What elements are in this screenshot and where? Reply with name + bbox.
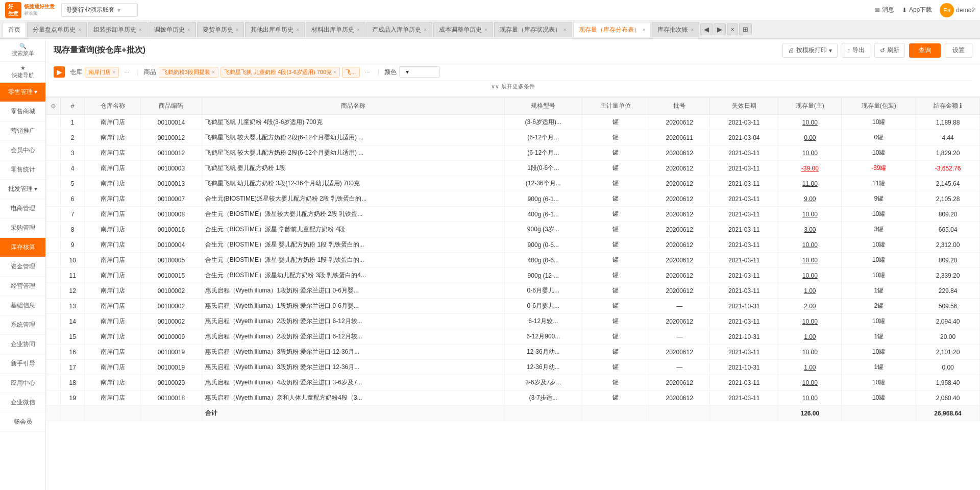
close-icon[interactable]: × (333, 69, 336, 75)
sidebar-quick-nav[interactable]: ★ 快捷导航 (0, 62, 45, 83)
filter-expand-btn[interactable]: ▶ (54, 66, 65, 78)
cell-settings (46, 237, 61, 253)
cell-settings (46, 253, 61, 268)
cell-qty-main[interactable]: 10.00 (778, 345, 842, 360)
sidebar-item-inventory[interactable]: 库存核算 (0, 238, 45, 257)
sidebar-item-system[interactable]: 系统管理 (0, 315, 45, 335)
tab-inventory-status[interactable]: 现存量（库存状况表） × (494, 22, 572, 37)
close-icon[interactable]: × (357, 27, 360, 33)
sidebar-item-basic[interactable]: 基础信息 (0, 296, 45, 315)
messages-btn[interactable]: ✉ 消息 (875, 6, 894, 14)
cell-name: 惠氏启程（Wyeth illuma）亲和人体儿童配方奶粉4段（3... (202, 390, 504, 406)
tab-home[interactable]: 首页 (3, 22, 26, 37)
sidebar-item-member2[interactable]: 畅会员 (0, 412, 45, 432)
sidebar-item-marketing[interactable]: 营销推广 (0, 121, 45, 141)
close-icon[interactable]: × (139, 27, 142, 33)
gear-icon[interactable]: ⚙ (51, 103, 56, 110)
sidebar-item-guide[interactable]: 新手引导 (0, 354, 45, 374)
cell-qty-main[interactable]: 10.00 (778, 237, 842, 253)
sidebar-item-retail[interactable]: 零售管理 ▾ (0, 83, 45, 102)
close-icon[interactable]: × (691, 27, 694, 33)
export-btn[interactable]: ↑ 导出 (842, 43, 870, 58)
refresh-btn[interactable]: ↺ 刷新 (874, 43, 905, 58)
sidebar-item-wholesale[interactable]: 批发管理 ▾ (0, 180, 45, 199)
close-icon[interactable]: × (484, 27, 487, 33)
sidebar-item-finance[interactable]: 资金管理 (0, 257, 45, 277)
cell-qty-pkg: 10罐 (842, 207, 916, 222)
cell-qty-main[interactable]: 1.00 (778, 329, 842, 345)
close-icon[interactable]: × (112, 69, 115, 75)
cell-qty-main[interactable]: 10.00 (778, 253, 842, 268)
warehouse-tag-nananzhan[interactable]: 南岸门店 × (85, 67, 119, 78)
tab-material-out-history[interactable]: 材料出库单历史 × (306, 22, 365, 37)
tab-batch-ledger[interactable]: 库存批次账 × (652, 22, 699, 37)
cell-qty-main[interactable]: 9.00 (778, 191, 842, 207)
cell-qty-main[interactable]: 1.00 (778, 283, 842, 299)
app-download-btn[interactable]: ⬇ App下载 (902, 6, 932, 14)
cell-qty-main[interactable]: -39.00 (778, 161, 842, 176)
tab-prev-btn[interactable]: ◀ (700, 23, 713, 35)
tab-menu-btn[interactable]: ⊞ (739, 23, 752, 35)
close-icon[interactable]: × (564, 27, 567, 33)
close-icon[interactable]: × (78, 27, 81, 33)
cell-qty-main[interactable]: 1.00 (778, 360, 842, 375)
cell-batch: 20200612 (649, 237, 709, 253)
tab-next-btn[interactable]: ▶ (714, 23, 726, 35)
sidebar-item-app-center[interactable]: 应用中心 (0, 374, 45, 393)
cell-index: 13 (61, 299, 85, 314)
sidebar-item-ecommerce[interactable]: 电商管理 (0, 199, 45, 218)
cell-qty-main[interactable]: 3.00 (778, 222, 842, 237)
sidebar-item-retail-stat[interactable]: 零售统计 (0, 160, 45, 180)
tab-split-history[interactable]: 分量盘点单历史 × (27, 22, 87, 37)
cell-qty-main[interactable]: 10.00 (778, 390, 842, 406)
cell-qty-main[interactable]: 2.00 (778, 299, 842, 314)
expand-more-conditions-btn[interactable]: ∨∨ 展开更多条件 (54, 80, 972, 92)
cell-index: 9 (61, 237, 85, 253)
table-row: 7 南岸门店 00100008 合生元（BIOSTIME）派星较大婴儿配方奶粉 … (46, 207, 980, 222)
cell-qty-main[interactable]: 11.00 (778, 176, 842, 191)
close-icon[interactable]: × (187, 27, 190, 33)
tab-demand-history[interactable]: 要货单历史 × (197, 22, 244, 37)
settings-btn[interactable]: 设置 (945, 43, 972, 58)
cell-qty-main[interactable]: 0.00 (778, 130, 842, 145)
sidebar-item-member[interactable]: 会员中心 (0, 141, 45, 160)
sidebar-item-wechat[interactable]: 企业微信 (0, 393, 45, 412)
tab-close-btn[interactable]: × (727, 23, 738, 35)
filter-more-btn[interactable]: ··· (121, 67, 132, 77)
user-avatar[interactable]: Ea demo2 (940, 3, 975, 17)
workspace-selector[interactable]: 母婴行业演示账套 ▾ (61, 3, 138, 17)
sidebar-item-enterprise[interactable]: 企业协同 (0, 335, 45, 354)
tab-combo-history[interactable]: 组装拆卸单历史 × (88, 22, 148, 37)
color-select[interactable]: ▾ (399, 66, 440, 78)
tab-inventory-dist[interactable]: 现存量（库存分布表） × (573, 22, 651, 37)
tab-check-history[interactable]: 调拨单历史 × (149, 22, 196, 37)
product-tag-feihe-star[interactable]: 飞鹤星飞帆 儿童奶粉 4段(3-6岁适用) 700克 × (220, 67, 340, 78)
sidebar-item-retail-shop[interactable]: 零售商城 (0, 102, 45, 121)
sidebar-search[interactable]: 🔍 搜索菜单 (0, 39, 45, 62)
tab-cost-adjust-history[interactable]: 成本调整单历史 × (433, 22, 493, 37)
col-settings[interactable]: ⚙ (46, 97, 61, 115)
cell-qty-main[interactable]: 10.00 (778, 207, 842, 222)
tab-other-out-history[interactable]: 其他出库单历史 × (245, 22, 305, 37)
close-icon[interactable]: × (236, 27, 239, 33)
close-icon[interactable]: × (296, 27, 299, 33)
close-icon[interactable]: × (212, 69, 215, 75)
cell-qty-main[interactable]: 10.00 (778, 145, 842, 161)
sidebar-item-purchase[interactable]: 采购管理 (0, 218, 45, 238)
print-btn[interactable]: 🖨 按模板打印 ▾ (782, 43, 838, 58)
cell-qty-main[interactable]: 10.00 (778, 375, 842, 390)
cell-qty-main[interactable]: 10.00 (778, 115, 842, 130)
cell-expiry: 2021-10-31 (710, 360, 778, 375)
product-filter-more-btn[interactable]: ··· (362, 67, 373, 77)
close-icon[interactable]: × (643, 27, 646, 33)
cell-expiry: 2021-03-11 (710, 161, 778, 176)
product-tag-more[interactable]: 飞... (342, 67, 359, 78)
cell-qty-main[interactable]: 10.00 (778, 314, 842, 329)
product-tag-feihe3[interactable]: 飞鹤奶粉3段同提装 × (159, 67, 219, 78)
cell-warehouse: 南岸门店 (85, 222, 141, 237)
tab-product-in-history[interactable]: 产成品入库单历史 × (366, 22, 432, 37)
cell-qty-main[interactable]: 10.00 (778, 268, 842, 283)
query-btn[interactable]: 查询 (909, 43, 941, 58)
close-icon[interactable]: × (424, 27, 427, 33)
sidebar-item-operations[interactable]: 经营管理 (0, 277, 45, 296)
